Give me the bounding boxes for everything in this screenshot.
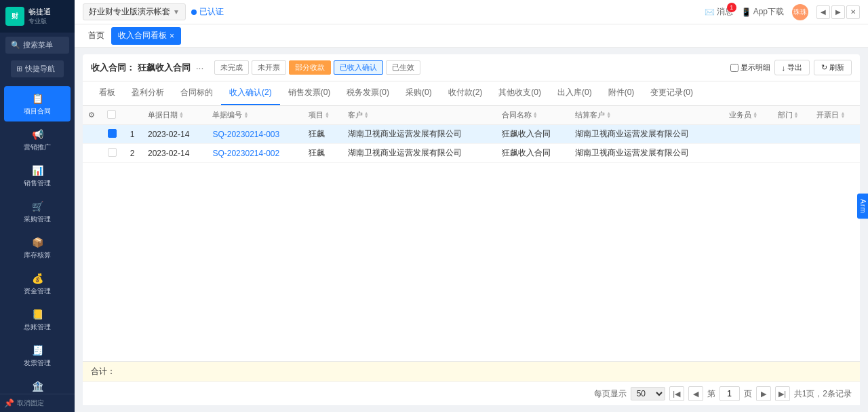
nav-close-button[interactable]: ✕ [846,5,860,19]
sidebar-item-funds[interactable]: 💰 资金管理 [4,266,71,301]
nav-label-general: 总账管理 [24,322,51,332]
cell-bill-no-0[interactable]: SQ-20230214-003 [207,125,303,144]
sort-project-icon[interactable]: ▲▼ [325,112,330,117]
nav-forward-button[interactable]: ▶ [831,5,845,19]
table-scroll[interactable]: ⚙ 单据日期 ▲▼ [83,106,860,361]
sidebar-item-sales[interactable]: 📊 销售管理 [4,158,71,193]
status-btn-2[interactable]: 部分收款 [289,60,331,75]
th-settings: ⚙ [83,106,102,125]
refresh-button[interactable]: ↻ 刷新 [814,60,852,75]
status-btn-0[interactable]: 未完成 [214,60,249,75]
sidebar-item-tax[interactable]: 🏦 税务管理 [4,374,71,394]
download-icon: 📱 [741,7,751,17]
th-number [122,106,142,125]
cell-customer-0: 湖南卫视商业运营发展有限公司 [342,125,496,144]
grid-icon: ⊞ [16,64,22,73]
certified-badge: 已认证 [191,6,224,18]
cell-check-1[interactable] [102,144,122,163]
display-detail-checkbox[interactable]: 显示明细 [730,62,770,73]
message-badge: 1 [727,3,736,12]
tab-contract-board[interactable]: 收入合同看板 × [111,27,181,45]
sidebar-nav: 📋 项目合同 📢 营销推广 📊 销售管理 🛒 采购管理 📦 库存核算 💰 资金管… [0,83,75,394]
sidebar-item-inventory[interactable]: 📦 库存核算 [4,230,71,265]
sidebar-item-purchase[interactable]: 🛒 采购管理 [4,194,71,229]
tab-home[interactable]: 首页 [83,24,110,47]
page-prev-button[interactable]: ◀ [688,386,703,401]
cell-number-0: 1 [122,125,142,144]
sub-tab-2[interactable]: 合同标的 [172,81,221,105]
settings-icon[interactable]: ⚙ [88,111,95,119]
nav-label-funds: 资金管理 [24,286,51,296]
cell-salesperson-1 [724,144,772,163]
page-input[interactable] [719,386,740,401]
sub-tab-5[interactable]: 税务发票(0) [338,81,397,105]
sub-tab-8[interactable]: 其他收支(0) [490,81,549,105]
sort-customer-icon[interactable]: ▲▼ [364,112,369,117]
sort-end-customer-icon[interactable]: ▲▼ [606,112,611,117]
sub-tab-6[interactable]: 采购(0) [397,81,440,105]
sub-tab-7[interactable]: 收付款(2) [440,81,491,105]
sort-open-date-icon[interactable]: ▲▼ [840,112,845,117]
data-table: ⚙ 单据日期 ▲▼ [83,106,860,163]
sub-tab-4[interactable]: 销售发票(0) [280,81,339,105]
export-button[interactable]: ↓ 导出 [774,60,810,75]
more-button[interactable]: ··· [196,62,204,73]
unpin-button[interactable]: 📌 取消固定 [0,394,75,412]
sort-bill-icon[interactable]: ▲▼ [243,112,248,117]
message-button[interactable]: ✉️ 消息 1 [705,6,733,18]
status-btn-4[interactable]: 已生效 [386,60,420,75]
table-container: ⚙ 单据日期 ▲▼ [83,106,860,405]
certified-dot [191,10,197,15]
nav-arrows: ◀ ▶ ✕ [816,5,860,19]
nav-back-button[interactable]: ◀ [816,5,830,19]
sidebar-item-invoice[interactable]: 🧾 发票管理 [4,338,71,373]
select-all-checkbox[interactable] [107,110,116,119]
sub-tab-0[interactable]: 看板 [91,81,123,105]
per-page-select[interactable]: 50 100 200 [631,387,665,400]
sort-salesperson-icon[interactable]: ▲▼ [753,112,757,117]
sidebar-item-general[interactable]: 📒 总账管理 [4,302,71,337]
table-row[interactable]: 1 2023-02-14 SQ-20230214-003 狂飙 湖南卫视商业运营… [83,125,860,144]
nav-label-sales: 销售管理 [24,179,51,188]
message-icon: ✉️ [705,7,715,17]
page-last-button[interactable]: ▶| [775,386,790,401]
table-row[interactable]: 2 2023-02-14 SQ-20230214-002 狂飙 湖南卫视商业运营… [83,144,860,163]
quick-nav-button[interactable]: ⊞ 快捷导航 [11,60,64,77]
status-btn-1[interactable]: 未开票 [252,60,286,75]
sub-tab-1[interactable]: 盈利分析 [123,81,172,105]
sub-tab-11[interactable]: 变更记录(0) [642,81,701,105]
sidebar-item-marketing[interactable]: 📢 营销推广 [4,122,71,157]
page-first-button[interactable]: |◀ [669,386,684,401]
sort-date-icon[interactable]: ▲▼ [179,112,184,117]
sidebar-item-project[interactable]: 📋 项目合同 [4,86,71,121]
workspace-label: 好业财专业版演示帐套 [89,6,170,18]
cell-number-1: 2 [122,144,142,163]
row-checkbox-1[interactable] [108,148,117,157]
sub-tab-3[interactable]: 收入确认(2) [221,81,280,105]
sub-tab-9[interactable]: 出入库(0) [549,81,600,105]
status-btn-3[interactable]: 已收入确认 [334,60,383,75]
refresh-icon: ↻ [821,63,827,72]
sort-contract-icon[interactable]: ▲▼ [533,112,538,117]
cell-end-customer-1: 湖南卫视商业运营发展有限公司 [570,144,724,163]
nav-label-invoice: 发票管理 [24,358,51,368]
cell-end-customer-0: 湖南卫视商业运营发展有限公司 [570,125,724,144]
tab-close-button[interactable]: × [170,31,174,41]
page-next-button[interactable]: ▶ [756,386,771,401]
bill-no-link-0[interactable]: SQ-20230214-003 [212,130,279,139]
cell-bill-no-1[interactable]: SQ-20230214-002 [207,144,303,163]
arm-float-button[interactable]: Arm [857,193,868,219]
topbar: 好业财专业版演示帐套 ▼ 已认证 ✉️ 消息 1 📱 App下载 珠珠 [75,0,868,24]
logo-icon: 财 [5,7,24,26]
contract-actions: 显示明细 ↓ 导出 ↻ 刷新 [730,60,852,75]
row-checkbox-0[interactable] [108,129,117,138]
app-download-button[interactable]: 📱 App下载 [741,6,784,18]
workspace-selector[interactable]: 好业财专业版演示帐套 ▼ [83,3,186,20]
nav-icon-general: 📒 [31,307,44,321]
sort-department-icon[interactable]: ▲▼ [794,112,799,117]
bill-no-link-1[interactable]: SQ-20230214-002 [212,149,279,158]
sub-tab-10[interactable]: 附件(0) [600,81,643,105]
app-logo: 财 畅捷通 专业版 [0,0,75,33]
cell-check-0[interactable] [102,125,122,144]
search-menu-button[interactable]: 🔍 搜索菜单 [5,37,69,54]
